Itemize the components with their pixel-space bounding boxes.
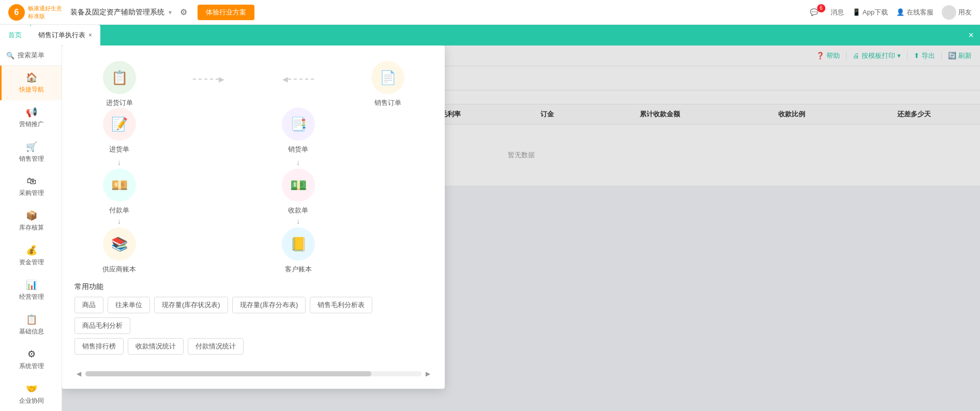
flow-cell-supplier[interactable]: 📚 供应商账本 <box>74 227 164 274</box>
dropdown-arrow-icon[interactable]: ▾ <box>169 9 172 16</box>
sidebar-item-purchase[interactable]: 🛍 采购管理 <box>0 170 62 204</box>
user-item[interactable]: 用友 <box>942 5 972 20</box>
arrow-h2-rev: ◀ <box>253 75 343 94</box>
sidebar-item-finance-label: 资金管理 <box>19 258 44 267</box>
flow-empty-3 <box>164 169 253 215</box>
flow-cell-customer[interactable]: 📒 客户账本 <box>253 227 343 274</box>
system-title: 装备及固定资产辅助管理系统 <box>70 8 164 17</box>
search-menu-label: 搜索菜单 <box>18 51 44 60</box>
tab-bar-close-icon[interactable]: × <box>968 30 974 41</box>
arrow-down-4: ↓ <box>253 217 343 225</box>
arrow-down-2: ↓ <box>253 158 343 166</box>
customer-icon: 📒 <box>282 227 315 261</box>
sidebar-item-inventory[interactable]: 📦 库存核算 <box>0 204 62 238</box>
sidebar-item-operations[interactable]: 📊 经营管理 <box>0 273 62 308</box>
tab-bar-inner: 首页 销售订单执行表 × <box>0 25 968 45</box>
sidebar-item-inventory-label: 库存核算 <box>19 223 44 232</box>
avatar <box>942 5 956 20</box>
receipt-label: 收款单 <box>288 206 308 215</box>
logo-area: 6 畅康通好生意 标准版 <box>8 4 70 21</box>
purchase-bill-label: 进货单 <box>109 145 129 154</box>
settings-icon[interactable]: ⚙ <box>180 7 187 17</box>
message-label: 消息 <box>831 8 844 17</box>
empty-arr3 <box>164 217 253 225</box>
flow-cell-purchase-order[interactable]: 📋 进货订单 <box>74 61 164 108</box>
scroll-right-icon[interactable]: ▶ <box>424 369 432 378</box>
func-btn-sales-rank[interactable]: 销售排行榜 <box>74 338 124 355</box>
flow-empty-6 <box>343 227 432 274</box>
tab-home-label: 首页 <box>8 31 22 40</box>
scroll-left-icon[interactable]: ◀ <box>74 369 83 378</box>
app-label: App下载 <box>863 8 888 17</box>
flow-row3: 💴 付款单 💵 收款单 <box>74 169 432 215</box>
purchase-bill-icon: 📝 <box>103 108 136 141</box>
scrollbar-track[interactable] <box>85 371 421 376</box>
arrow-down-1: ↓ <box>74 158 164 166</box>
message-item[interactable]: 💬 6 消息 <box>810 8 844 17</box>
func-btn-stock-dist[interactable]: 现存量(库存分布表) <box>232 297 306 313</box>
flow-cell-purchase-bill[interactable]: 📝 进货单 <box>74 108 164 154</box>
supplier-icon: 📚 <box>103 227 136 261</box>
sidebar-item-sales[interactable]: 🛒 销售管理 <box>0 135 62 170</box>
sidebar-item-collab[interactable]: 🤝 企业协同 <box>0 377 62 411</box>
flow-arrows-row2: ↓ ↓ <box>74 217 432 225</box>
finance-icon: 💰 <box>26 245 37 256</box>
online-service-item[interactable]: 👤 在线客服 <box>896 8 933 17</box>
system-icon: ⚙ <box>27 348 36 360</box>
collab-icon: 🤝 <box>26 383 37 394</box>
func-btn-payment-stats[interactable]: 付款情况统计 <box>188 338 244 355</box>
trial-button[interactable]: 体验行业方案 <box>198 5 254 20</box>
top-header: 6 畅康通好生意 标准版 装备及固定资产辅助管理系统 ▾ ⚙ 体验行业方案 💬 … <box>0 0 980 25</box>
flow-cell-receipt[interactable]: 💵 收款单 <box>253 169 343 215</box>
message-badge: 6 <box>817 4 825 12</box>
purchase-order-label: 进货订单 <box>106 98 133 108</box>
empty-arr2 <box>343 158 432 166</box>
tab-bar: 首页 销售订单执行表 × × <box>0 25 980 45</box>
tab-home[interactable]: 首页 <box>0 25 30 45</box>
sidebar-item-collab-label: 企业协同 <box>19 397 44 405</box>
sidebar-item-sales-label: 销售管理 <box>19 155 44 163</box>
flow-cell-sale-order[interactable]: 📄 销售订单 <box>343 61 432 108</box>
operations-icon: 📊 <box>26 279 37 291</box>
app-download-item[interactable]: 📱 App下载 <box>852 8 888 17</box>
func-btn-product-gross[interactable]: 商品毛利分析 <box>74 317 130 334</box>
empty-arr4 <box>343 217 432 225</box>
arrow-down-3: ↓ <box>74 217 164 225</box>
flow-arrows-row1: ↓ ↓ <box>74 158 432 166</box>
func-btn-receipt-stats[interactable]: 收款情况统计 <box>128 338 184 355</box>
receipt-icon: 💵 <box>282 169 315 202</box>
sidebar-item-base[interactable]: 📋 基础信息 <box>0 308 62 342</box>
base-icon: 📋 <box>26 314 37 325</box>
sidebar-item-finance[interactable]: 💰 资金管理 <box>0 238 62 273</box>
empty-arr1 <box>164 158 253 166</box>
purchase-order-icon: 📋 <box>103 61 136 94</box>
flow-cell-payment[interactable]: 💴 付款单 <box>74 169 164 215</box>
search-menu[interactable]: 🔍 搜索菜单 <box>0 45 62 66</box>
sale-order-icon: 📄 <box>371 61 404 94</box>
service-label: 在线客服 <box>907 8 933 17</box>
func-btn-stock-status[interactable]: 现存量(库存状况表) <box>154 297 228 313</box>
scroll-nav: ◀ ▶ <box>74 367 432 380</box>
common-funcs-title: 常用功能 <box>74 282 432 292</box>
customer-label: 客户账本 <box>285 265 312 274</box>
tab-close-icon[interactable]: × <box>88 32 92 39</box>
sidebar-item-system[interactable]: ⚙ 系统管理 <box>0 342 62 377</box>
flow-empty-5 <box>164 227 253 274</box>
sidebar-item-quick-nav[interactable]: 🏠 快捷导航 <box>0 66 62 100</box>
header-right: 💬 6 消息 📱 App下载 👤 在线客服 用友 <box>810 5 972 20</box>
popup-box: 📋 进货订单 ▶ ◀ <box>62 45 445 389</box>
sale-bill-label: 销货单 <box>288 145 308 154</box>
func-btn-sales-gross[interactable]: 销售毛利分析表 <box>310 297 372 313</box>
sidebar-item-base-label: 基础信息 <box>19 327 44 336</box>
func-btn-product[interactable]: 商品 <box>74 297 103 313</box>
content-area: ❓ 帮助 🖨 按模板打印 ▾ ⬆ 导出 🔄 刷新 📅 <box>62 45 980 411</box>
common-funcs: 常用功能 商品 往来单位 现存量(库存状况表) 现存量(库存分布表) 销售毛利分… <box>74 282 432 367</box>
func-btn-parties[interactable]: 往来单位 <box>108 297 150 313</box>
func-buttons-row2: 销售排行榜 收款情况统计 付款情况统计 <box>74 338 432 355</box>
logo-text: 畅康通好生意 标准版 <box>28 5 62 20</box>
flow-row5: 📚 供应商账本 📒 客户账本 <box>74 227 432 274</box>
tab-sales-order[interactable]: 销售订单执行表 × <box>30 25 100 45</box>
flow-cell-sale-bill[interactable]: 📑 销货单 <box>253 108 343 154</box>
sidebar-item-marketing[interactable]: 📢 营销推广 <box>0 100 62 135</box>
main-layout: 🔍 搜索菜单 🏠 快捷导航 📢 营销推广 🛒 销售管理 🛍 采购管理 📦 库存核… <box>0 45 980 411</box>
